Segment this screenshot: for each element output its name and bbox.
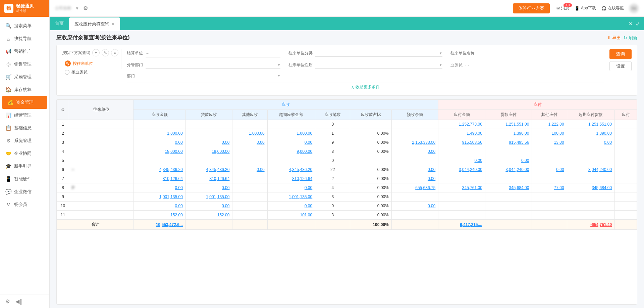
th-ar-amount: 应收金额 [133, 110, 186, 120]
tab-home[interactable]: 首页 [50, 17, 69, 30]
row-partner [69, 138, 133, 147]
tab-close-icon[interactable]: ✕ [111, 22, 115, 27]
sidebar-item-label: 采购管理 [14, 74, 32, 80]
dept-input[interactable]: ▼ [146, 62, 280, 69]
row-index: 9 [57, 192, 69, 202]
category-input[interactable]: ▼ [315, 50, 442, 57]
filter-divider [121, 49, 121, 69]
sidebar-item-quicknav[interactable]: ⌂ 快捷导航 [0, 32, 49, 45]
page-content: 应收应付余额查询(按往来单位) ⬆ 导出 ↻ 刷新 [50, 30, 644, 308]
filter-field-nature: 往来单位性质 ▼ [288, 61, 442, 69]
topbar: 公司名称 ▼ ⚙ 体验行业方案 ✉ 消息 99+ 📱 App下载 🎧 在线客服 [50, 0, 644, 17]
table-row: 6~4,345,436.204,345,436.200.004,345,436.… [57, 165, 637, 174]
purchase-icon: 🛒 [5, 74, 11, 80]
export-button[interactable]: ⬆ 导出 [607, 35, 621, 41]
sidebar-item-purchase[interactable]: 🛒 采购管理 [0, 71, 49, 83]
th-ar-other: 其他应收 [232, 110, 267, 120]
sidebar-item-inventory[interactable]: 🏠 库存核算 [0, 83, 49, 96]
sidebar-item-label: 系统管理 [14, 138, 32, 144]
row-index: 2 [57, 129, 69, 138]
sidebar-item-label: 新手引导 [14, 163, 32, 169]
topbar-gear-icon[interactable]: ⚙ [83, 5, 88, 11]
filter-more-button[interactable]: ∧ 收起更多条件 [127, 83, 604, 91]
row-index: 10 [57, 202, 69, 211]
scheme-dot-salesperson [65, 70, 69, 75]
row-index: 7 [57, 174, 69, 183]
export-icon: ⬆ [607, 35, 611, 40]
row-index: 11 [57, 211, 69, 220]
settings-button[interactable]: 设置 [609, 61, 632, 71]
sidebar-item-marketing[interactable]: 📢 营销推广 [0, 45, 49, 58]
message-action[interactable]: ✉ 消息 99+ [556, 5, 569, 11]
refresh-button[interactable]: ↻ 刷新 [624, 35, 637, 41]
settlement-input[interactable]: ··· [146, 49, 280, 57]
collapse-footer-icon[interactable]: ◀‖ [15, 298, 22, 305]
table-row: 21,000.001,000.001,000.0010.00%1,490.001… [57, 129, 637, 138]
service-action[interactable]: 🎧 在线客服 [601, 5, 624, 11]
sidebar-item-label: 智能硬件 [14, 176, 32, 182]
sidebar-item-guide[interactable]: 🎓 新手引导 [0, 160, 49, 173]
filter-scheme-by-unit[interactable]: W 按往来单位 [62, 59, 118, 68]
sidebar-item-label: 资金管理 [16, 99, 34, 105]
row-partner [69, 174, 133, 183]
basic-icon: 📋 [5, 125, 11, 131]
tab-expand-icon[interactable]: ⤢ [636, 20, 640, 27]
sidebar-item-hardware[interactable]: 📱 智能硬件 [0, 173, 49, 185]
table-total-row: 合计 19,553,472,6... 100.00% 6,417,215.... [57, 220, 637, 230]
filter-add-button[interactable]: + [92, 49, 100, 56]
sales-icon: ◎ [5, 61, 11, 67]
hardware-icon: 📱 [5, 176, 11, 182]
user-avatar[interactable]: Rit [629, 4, 639, 13]
settings-footer-icon[interactable]: ⚙ [5, 298, 10, 305]
member-icon: V [5, 202, 11, 207]
table-row: 7810,126.64810,126.64810,126.6420.00%0.0… [57, 174, 637, 183]
sidebar-item-system[interactable]: ⚙ 系统管理 [0, 134, 49, 147]
app-action[interactable]: 📱 App下载 [575, 5, 596, 11]
promo-button[interactable]: 体验行业方案 [513, 3, 550, 13]
scheme-icon-unit: W [65, 60, 71, 67]
th-settings[interactable]: ⚙ [57, 100, 69, 120]
sidebar-item-finance[interactable]: 💰 资金管理 [2, 96, 47, 109]
table-settings-icon[interactable]: ⚙ [61, 107, 65, 112]
unitname-input[interactable] [477, 49, 604, 57]
row-index: 3 [57, 138, 69, 147]
th-group-receivable: 应收 [133, 100, 438, 110]
total-ap-overdue[interactable]: -654,751.40 [567, 220, 615, 230]
category-label: 往来单位分类 [288, 50, 313, 56]
chevron-up-icon: ∧ [351, 85, 354, 90]
filter-schemes-label: 按以下方案查询 [62, 50, 90, 56]
tab-receivable[interactable]: 应收应付余额查询 ✕ [69, 17, 120, 31]
filter-collapse-button[interactable]: « [111, 49, 118, 56]
topbar-actions: ✉ 消息 99+ 📱 App下载 🎧 在线客服 Rit [556, 4, 639, 13]
sidebar-item-search[interactable]: 🔍 搜索菜单 [0, 19, 49, 32]
headset-icon: 🎧 [601, 6, 606, 11]
sidebar-item-collab[interactable]: 🤝 企业协同 [0, 147, 49, 160]
topbar-dropdown-arrow[interactable]: ▼ [75, 6, 79, 11]
sidebar-item-member[interactable]: V 畅会员 [0, 198, 49, 211]
table-row: 418,000.0018,000.009,000.0030.00%0.00 [57, 147, 637, 156]
tab-close-all-icon[interactable]: ✕ [629, 20, 633, 27]
sidebar-item-basic[interactable]: 📋 基础信息 [0, 122, 49, 134]
row-index: 8 [57, 183, 69, 192]
table-row: 91,001,135.001,001,135.001,001,135.0030.… [57, 192, 637, 202]
nature-input[interactable]: ▼ [315, 62, 442, 69]
salesperson-input[interactable]: ··· [465, 61, 604, 69]
filter-field-unitname: 往来单位名称 [450, 49, 604, 57]
sidebar-item-operations[interactable]: 📊 经营管理 [0, 109, 49, 122]
nature-label: 往来单位性质 [288, 62, 313, 68]
sidebar-item-wechat[interactable]: 💬 企业微信 [0, 185, 49, 198]
th-ar-count: 应收笔数 [315, 110, 350, 120]
home-icon: ⌂ [5, 36, 11, 42]
total-ar-amount[interactable]: 19,553,472,6... [133, 220, 186, 230]
query-button[interactable]: 查询 [609, 49, 632, 59]
sidebar-item-label: 搜索菜单 [14, 23, 32, 29]
department-input[interactable]: ▼ [138, 73, 280, 79]
row-partner [69, 211, 133, 220]
filter-scheme-by-salesperson[interactable]: 按业务员 [62, 68, 118, 76]
row-index: 6 [57, 165, 69, 174]
total-ap-amount[interactable]: 6,417,215.... [438, 220, 485, 230]
filter-edit-button[interactable]: ✎ [102, 49, 109, 56]
sidebar-item-sales[interactable]: ◎ 销售管理 [0, 58, 49, 71]
logo-icon: 畅 [4, 4, 13, 13]
table-row: 8P0.000.000.0040.00%655,636.75345,761.00… [57, 183, 637, 192]
